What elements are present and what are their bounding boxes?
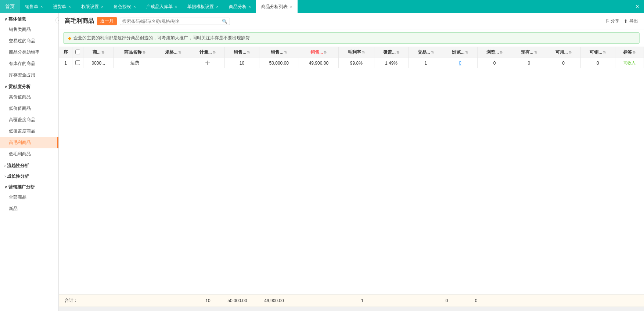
cell-checkbox[interactable] <box>72 58 83 68</box>
close-icon[interactable]: × <box>40 4 43 9</box>
col-current-stock[interactable]: 现有...⇅ <box>512 47 546 58</box>
col-sales-amount[interactable]: 销售...⇅ <box>259 47 299 58</box>
export-button[interactable]: ⬆ 导出 <box>624 18 638 24</box>
col-available[interactable]: 可用...⇅ <box>546 47 581 58</box>
close-icon[interactable]: × <box>249 4 251 9</box>
horizontal-scrollbar[interactable] <box>59 307 644 311</box>
col-name[interactable]: 商品名称⇅ <box>114 47 156 58</box>
main-layout: « ∨ 整体信息 销售类商品 交易过的商品 商品分类助销率 有库存的商品 库存资… <box>0 13 644 311</box>
share-icon: ⎘ <box>606 18 609 24</box>
sidebar-item-high-coverage[interactable]: 高覆盖度商品 <box>0 114 58 126</box>
sidebar-item-low-coverage[interactable]: 低覆盖度商品 <box>0 126 58 137</box>
col-gross-margin[interactable]: 毛利率⇅ <box>338 47 374 58</box>
nav-purchase[interactable]: 进货单 × <box>48 0 76 13</box>
cell-sales-cost: 49,900.00 <box>299 58 338 68</box>
footer-cell-amount-value: 50,000.00 <box>219 298 256 303</box>
row-checkbox[interactable] <box>75 60 80 65</box>
col-unit[interactable]: 计量...⇅ <box>190 47 225 58</box>
nav-role[interactable]: 角色授权 × <box>108 0 141 13</box>
table-wrapper: 序 商...⇅ 商品名称⇅ 规格...⇅ 计量...⇅ 销售...⇅ 销售...… <box>59 47 644 294</box>
sidebar-group-contribution[interactable]: ∨ 贡献度分析 <box>0 81 58 91</box>
cell-name: 运费 <box>114 58 156 68</box>
sidebar-item-low-margin[interactable]: 低毛利商品 <box>0 148 58 160</box>
cell-code: 0000... <box>83 58 114 68</box>
close-icon[interactable]: × <box>290 4 292 9</box>
close-icon[interactable]: × <box>175 4 177 9</box>
info-icon: ◆ <box>68 36 71 41</box>
data-table: 序 商...⇅ 商品名称⇅ 规格...⇅ 计量...⇅ 销售...⇅ 销售...… <box>59 47 644 68</box>
chevron-down-icon: ∨ <box>4 85 7 89</box>
sidebar-item-in-stock[interactable]: 有库存的商品 <box>0 58 58 69</box>
info-text: 企业的主要的利润都是这部分商品创造的，可考虑加大推广，同时关注库存是不要出现缺货 <box>73 35 250 41</box>
table-row: 1 0000... 运费 个 10 50,000.00 49,900.00 99… <box>59 58 644 68</box>
footer-cell-cost-value: 49,900.00 <box>256 298 292 303</box>
sidebar-item-stock-capital[interactable]: 库存资金占用 <box>0 69 58 81</box>
cell-browse1[interactable]: 0 <box>443 58 478 68</box>
nav-product-analysis-list[interactable]: 商品分析列表 × <box>256 0 297 13</box>
nav-permission[interactable]: 权限设置 × <box>76 0 108 13</box>
col-trade-count[interactable]: 交易...⇅ <box>409 47 443 58</box>
sidebar-item-high-value[interactable]: 高价值商品 <box>0 91 58 103</box>
col-coverage[interactable]: 覆盖...⇅ <box>374 47 409 58</box>
col-browse2[interactable]: 浏览...⇅ <box>477 47 512 58</box>
footer-cell-available-value: 0 <box>461 298 491 303</box>
sidebar-item-all-goods[interactable]: 全部商品 <box>0 192 58 203</box>
info-bar: ◆ 企业的主要的利润都是这部分商品创造的，可考虑加大推广，同时关注库存是不要出现… <box>63 32 640 44</box>
cell-sales-qty: 10 <box>225 58 259 68</box>
search-icon[interactable]: 🔍 <box>222 19 227 24</box>
sidebar-group-trend[interactable]: › 流趋性分析 <box>0 160 58 170</box>
share-button[interactable]: ⎘ 分享 <box>606 18 619 24</box>
footer-label: 合计： <box>65 297 79 304</box>
sidebar-group-marketing[interactable]: ∨ 营销推广分析 <box>0 181 58 192</box>
col-checkbox[interactable] <box>72 47 83 58</box>
content-area: 高毛利商品 近一月 🔍 ⎘ 分享 ⬆ 导出 ◆ 企业的主要的利润都是这部分商品创… <box>59 13 644 311</box>
close-icon[interactable]: × <box>68 4 71 9</box>
sidebar-item-category-rate[interactable]: 商品分类助销率 <box>0 47 58 58</box>
nav-product-in[interactable]: 产成品入库单 × <box>141 0 182 13</box>
footer-cell-spacer3 <box>292 298 322 303</box>
select-all-checkbox[interactable] <box>75 50 80 54</box>
nav-template[interactable]: 单据模板设置 × <box>182 0 223 13</box>
close-icon[interactable]: × <box>216 4 218 9</box>
nav-home[interactable]: 首页 <box>0 0 20 13</box>
sidebar-item-traded-goods[interactable]: 交易过的商品 <box>0 35 58 47</box>
col-spec[interactable]: 规格...⇅ <box>156 47 190 58</box>
col-code[interactable]: 商...⇅ <box>83 47 114 58</box>
cell-sellable: 0 <box>580 58 615 68</box>
filter-recent-month-button[interactable]: 近一月 <box>97 17 117 25</box>
search-input[interactable] <box>122 19 222 24</box>
col-seq: 序 <box>59 47 72 58</box>
chevron-right-icon: › <box>4 164 6 168</box>
col-tag[interactable]: 标签⇅ <box>615 47 644 58</box>
footer-bar: 合计： 10 50,000.00 49,900.00 1 0 0 <box>59 294 644 307</box>
sidebar-item-low-value[interactable]: 低价值商品 <box>0 103 58 114</box>
col-browse1[interactable]: 浏览...⇅ <box>443 47 478 58</box>
sidebar-group-overall[interactable]: ∨ 整体信息 <box>0 13 58 24</box>
col-sales-cost[interactable]: 销售...⇅ <box>299 47 338 58</box>
sidebar-item-new-goods[interactable]: 新品 <box>0 203 58 214</box>
header-actions: ⎘ 分享 ⬆ 导出 <box>606 18 638 24</box>
footer-cell-qty-value: 10 <box>197 298 219 303</box>
footer-cell-trade-value: 1 <box>351 298 373 303</box>
sidebar-item-high-margin[interactable]: 高毛利商品 <box>0 137 58 148</box>
top-nav: 首页 销售单 × 进货单 × 权限设置 × 角色授权 × 产成品入库单 × 单据… <box>0 0 644 13</box>
chevron-right-icon: › <box>4 174 6 178</box>
nav-sales[interactable]: 销售单 × <box>20 0 48 13</box>
footer-cell-sales-qty <box>87 298 131 303</box>
footer-cell-spacer1 <box>131 298 168 303</box>
nav-product-analysis[interactable]: 商品分析 × <box>224 0 256 13</box>
cell-tag: 高收入 <box>615 58 644 68</box>
footer-cells: 10 50,000.00 49,900.00 1 0 0 <box>87 298 638 303</box>
close-all-tabs[interactable]: × <box>631 0 644 13</box>
col-sellable[interactable]: 可销...⇅ <box>580 47 615 58</box>
footer-cell-spacer4 <box>322 298 351 303</box>
cell-spec <box>156 58 190 68</box>
content-header: 高毛利商品 近一月 🔍 ⎘ 分享 ⬆ 导出 <box>59 13 644 29</box>
export-icon: ⬆ <box>624 18 628 24</box>
close-icon[interactable]: × <box>133 4 136 9</box>
col-sales-qty[interactable]: 销售...⇅ <box>225 47 259 58</box>
close-icon[interactable]: × <box>101 4 103 9</box>
sidebar-item-sales-goods[interactable]: 销售类商品 <box>0 24 58 35</box>
sidebar-group-growth[interactable]: › 成长性分析 <box>0 170 58 181</box>
search-box: 🔍 <box>120 18 230 25</box>
